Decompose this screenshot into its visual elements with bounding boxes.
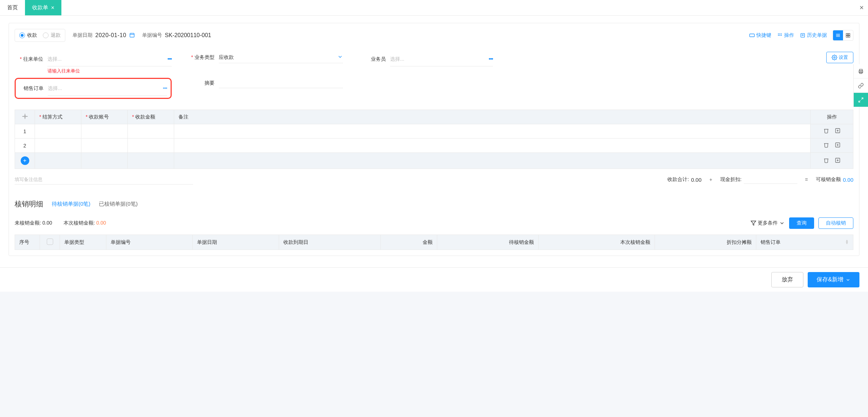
total-label: 收款合计: bbox=[667, 176, 689, 183]
delete-icon[interactable] bbox=[823, 142, 829, 149]
cell-account[interactable] bbox=[81, 139, 128, 153]
history-button[interactable]: 历史单据 bbox=[800, 32, 827, 39]
date-label: 单据日期 bbox=[72, 32, 92, 39]
radio-refund[interactable]: 退款 bbox=[43, 32, 61, 39]
biz-type-select[interactable]: 应收款 bbox=[219, 52, 343, 63]
cancel-button[interactable]: 放弃 bbox=[771, 272, 803, 287]
cell-remark[interactable] bbox=[174, 124, 811, 139]
cell-account[interactable] bbox=[81, 124, 128, 139]
more-icon[interactable]: ••• bbox=[167, 56, 172, 62]
gear-icon bbox=[832, 55, 837, 60]
view-toggle bbox=[833, 30, 853, 41]
radio-checked-icon bbox=[19, 32, 25, 38]
svg-rect-0 bbox=[130, 33, 134, 37]
close-all-icon[interactable]: × bbox=[859, 4, 864, 12]
radio-unchecked-icon bbox=[43, 32, 49, 38]
col-doc-date[interactable]: 单据日期 bbox=[193, 235, 279, 250]
discount-input[interactable] bbox=[744, 175, 797, 184]
sort-icon[interactable]: ▲▼ bbox=[845, 239, 849, 244]
col-method: 结算方式 bbox=[35, 110, 81, 124]
more-icon[interactable]: ••• bbox=[163, 85, 167, 91]
col-gear[interactable] bbox=[15, 110, 35, 124]
header-row: 收款 退款 单据日期 2020-01-10 单据编号 SK-2 bbox=[15, 29, 853, 47]
tab-done[interactable]: 已核销单据(0笔) bbox=[99, 201, 137, 207]
receipt-type-radio-group: 收款 退款 bbox=[15, 29, 65, 42]
tab-pending[interactable]: 待核销单据(0笔) bbox=[52, 201, 90, 207]
svg-marker-34 bbox=[751, 221, 756, 225]
summary-input[interactable] bbox=[219, 78, 343, 88]
cell-method[interactable] bbox=[35, 124, 81, 139]
svg-point-8 bbox=[779, 34, 781, 35]
side-expand-button[interactable] bbox=[854, 93, 868, 107]
add-row-button[interactable]: + bbox=[21, 156, 29, 165]
close-icon[interactable]: × bbox=[51, 5, 54, 11]
sales-order-select[interactable]: ••• bbox=[48, 81, 167, 96]
save-label: 保存&新增 bbox=[817, 276, 843, 283]
settings-button[interactable]: 设置 bbox=[826, 52, 853, 63]
this-time-amount: 本次核销金额: 0.00 bbox=[64, 220, 106, 226]
radio-receipt[interactable]: 收款 bbox=[19, 32, 37, 39]
cell-remark[interactable] bbox=[174, 139, 811, 153]
side-print-button[interactable] bbox=[854, 64, 868, 79]
history-label: 历史单据 bbox=[807, 32, 827, 39]
writeoff-section-title: 核销明细 待核销单据(0笔) 已核销单据(0笔) bbox=[15, 199, 853, 209]
tab-home[interactable]: 首页 bbox=[0, 0, 25, 15]
sales-order-input[interactable] bbox=[48, 83, 163, 93]
total-value: 0.00 bbox=[691, 177, 701, 183]
side-link-button[interactable] bbox=[854, 79, 868, 93]
grid-icon bbox=[777, 32, 783, 38]
delete-icon[interactable] bbox=[823, 128, 829, 135]
more-icon[interactable]: ••• bbox=[489, 56, 493, 62]
view-grid-button[interactable] bbox=[843, 30, 853, 40]
date-value[interactable]: 2020-01-10 bbox=[95, 32, 126, 39]
col-remark: 备注 bbox=[174, 110, 811, 124]
tab-receipt[interactable]: 收款单 × bbox=[25, 0, 61, 15]
col-pending[interactable]: 待核销金额 bbox=[437, 235, 539, 250]
col-checkbox[interactable] bbox=[40, 235, 60, 250]
total-item: 收款合计: 0.00 bbox=[667, 176, 701, 183]
writeoff-label: 可核销金额 bbox=[816, 176, 841, 183]
col-doc-type[interactable]: 单据类型 bbox=[60, 235, 106, 250]
shortcut-button[interactable]: 快捷键 bbox=[749, 32, 771, 39]
unwritten-value: 0.00 bbox=[42, 220, 52, 226]
query-button[interactable]: 查询 bbox=[789, 217, 814, 229]
more-conditions-button[interactable]: 更多条件 bbox=[751, 220, 785, 226]
salesperson-select[interactable]: ••• bbox=[390, 52, 493, 66]
cell-amount[interactable] bbox=[128, 139, 174, 153]
customer-select[interactable]: ••• bbox=[47, 52, 172, 66]
view-list-button[interactable] bbox=[833, 30, 843, 40]
expand-icon bbox=[858, 97, 864, 103]
col-due-date[interactable]: 收款到期日 bbox=[279, 235, 380, 250]
add-icon[interactable] bbox=[835, 128, 841, 135]
checkbox-icon bbox=[47, 238, 53, 245]
add-icon[interactable] bbox=[835, 142, 841, 149]
col-amount[interactable]: 金额 bbox=[380, 235, 437, 250]
salesperson-input[interactable] bbox=[390, 54, 489, 64]
remark-input[interactable] bbox=[15, 175, 193, 185]
add-icon[interactable] bbox=[835, 157, 841, 164]
biz-type-field: 业务类型 应收款 bbox=[186, 52, 343, 63]
operation-button[interactable]: 操作 bbox=[777, 32, 794, 39]
save-button[interactable]: 保存&新增 bbox=[808, 272, 859, 287]
calendar-icon[interactable] bbox=[129, 32, 135, 39]
summary-label: 摘要 bbox=[186, 80, 215, 86]
svg-rect-19 bbox=[846, 34, 848, 35]
plus-separator: + bbox=[707, 177, 715, 182]
operation-label: 操作 bbox=[784, 32, 794, 39]
chevron-down-icon[interactable] bbox=[337, 54, 343, 61]
col-amount: 收款金额 bbox=[128, 110, 174, 124]
col-this-time[interactable]: 本次核销金额 bbox=[539, 235, 655, 250]
doc-no-field: 单据编号 SK-20200110-001 bbox=[142, 32, 211, 39]
svg-line-39 bbox=[859, 100, 861, 102]
filter-icon bbox=[751, 220, 756, 226]
customer-input[interactable] bbox=[47, 54, 167, 64]
cell-amount[interactable] bbox=[128, 124, 174, 139]
col-sales-order[interactable]: 销售订单▲▼ bbox=[756, 235, 853, 250]
cell-method[interactable] bbox=[35, 139, 81, 153]
auto-writeoff-button[interactable]: 自动核销 bbox=[818, 217, 853, 229]
grid-view-icon bbox=[845, 32, 851, 38]
col-discount-share[interactable]: 折扣分摊额 bbox=[655, 235, 756, 250]
chevron-down-icon bbox=[846, 277, 851, 282]
delete-icon[interactable] bbox=[823, 157, 829, 164]
col-doc-no[interactable]: 单据编号 bbox=[106, 235, 193, 250]
